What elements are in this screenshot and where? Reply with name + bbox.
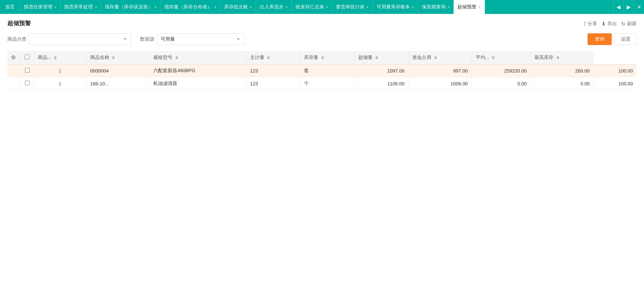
nav-tab-kucun-batch[interactable]: 库存批次账 × [220, 0, 256, 14]
close-tab-icon[interactable]: × [285, 5, 288, 9]
cell-stock: 1097.00 [354, 64, 408, 77]
cell-code: 186-10... [86, 77, 150, 90]
th-avg[interactable]: 平均... [472, 51, 531, 64]
cell-num: 2 [34, 77, 86, 90]
cell-name: 机油滤清器 [150, 77, 246, 90]
nav-prev-arrow[interactable]: ◀ [613, 0, 623, 14]
row-settings-cell [7, 64, 21, 77]
settings-button[interactable]: 设置 [615, 33, 637, 45]
th-gear[interactable]: ⚙ [7, 51, 21, 64]
th-overstock[interactable]: 超储量 [354, 51, 408, 64]
page-title: 超储预警 [7, 20, 31, 27]
sort-icon [434, 56, 437, 59]
cell-overstock: 1006.00 [408, 77, 472, 90]
datasource-filter: 数据源 可用量 ▼ [140, 33, 245, 45]
data-table: ⚙ 商品... 商品名称 规格型号 主计量 [7, 51, 637, 90]
refresh-icon: ↻ [621, 21, 626, 27]
cell-unit: 个 [300, 77, 354, 90]
category-select[interactable]: ▼ [29, 33, 131, 45]
th-unit[interactable]: 主计量 [246, 51, 300, 64]
cell-avg: 260.00 [531, 64, 594, 77]
nav-tab-baozhiqi[interactable]: 保质期查询 × [418, 0, 454, 14]
row-checkbox[interactable] [25, 68, 30, 73]
page-content: 超储预警 ⤴ 分享 ⬇ 导出 ↻ 刷新 商品分类 ▼ 数据源 [0, 14, 644, 96]
nav-arrows: ◀ ▶ ✕ [613, 0, 644, 14]
nav-tab-jianhuo-yichang[interactable]: 拣货异常处理 × [61, 0, 101, 14]
export-button[interactable]: ⬇ 导出 [601, 21, 617, 27]
refresh-button[interactable]: ↻ 刷新 [621, 21, 637, 27]
close-tab-active-icon[interactable]: × [478, 5, 480, 9]
sort-icon [267, 56, 270, 59]
row-settings-cell [7, 77, 21, 90]
export-icon: ⬇ [601, 21, 606, 27]
nav-tab-jianhuo-renwu[interactable]: 拣货任务管理 × [20, 0, 61, 14]
table-row: 2 186-10... 机油滤清器 123 个 1106.00 1006.00 … [7, 77, 637, 90]
query-button[interactable]: 查询 [588, 33, 612, 45]
gear-icon[interactable]: ⚙ [11, 54, 16, 60]
cell-overstock: 997.00 [408, 64, 472, 77]
cell-num: 1 [34, 64, 86, 77]
th-maxstock[interactable]: 最高库存 [531, 51, 594, 64]
cell-name: 六配套新昌490BPG [150, 64, 246, 77]
nav-tab-shoufa-summary[interactable]: 收发存汇总表 × [292, 0, 332, 14]
cell-maxstock: 100.00 [594, 77, 637, 90]
th-spec[interactable]: 规格型号 [150, 51, 246, 64]
th-checkbox [21, 51, 34, 64]
sort-icon [112, 56, 115, 59]
nav-next-arrow[interactable]: ▶ [623, 0, 634, 14]
nav-tab-inout-flow[interactable]: 出入库流水 × [256, 0, 292, 14]
page-header: 超储预警 ⤴ 分享 ⬇ 导出 ↻ 刷新 [7, 20, 637, 27]
th-code[interactable]: 商品... [34, 51, 86, 64]
cell-stock: 1106.00 [354, 77, 408, 90]
sort-icon [375, 56, 378, 59]
row-checkbox[interactable] [25, 81, 30, 85]
nav-tab-chaochuyujing[interactable]: 超储预警 × [454, 0, 484, 14]
th-stock[interactable]: 库存量 [300, 51, 354, 64]
table-row: 1 0000004 六配套新昌490BPG 123 套 1097.00 997.… [7, 64, 637, 77]
close-tab-icon[interactable]: × [366, 5, 369, 9]
nav-close-all[interactable]: ✕ [634, 0, 644, 14]
close-tab-icon[interactable]: × [447, 5, 450, 9]
datasource-select-value: 可用量 [161, 36, 175, 42]
datasource-label: 数据源 [140, 36, 154, 42]
th-name[interactable]: 商品名称 [86, 51, 150, 64]
close-tab-icon[interactable]: × [326, 5, 328, 9]
cell-spec: 123 [246, 64, 300, 77]
filter-actions: 查询 设置 [588, 33, 637, 45]
cell-spec: 123 [246, 77, 300, 90]
datasource-select[interactable]: 可用量 ▼ [157, 33, 245, 45]
close-tab-icon[interactable]: × [250, 5, 252, 9]
th-capital[interactable]: 资金占用 [408, 51, 472, 64]
nav-home[interactable]: 首页 [0, 0, 20, 14]
share-icon: ⤴ [583, 21, 586, 27]
sort-icon [492, 56, 495, 59]
select-all-checkbox[interactable] [25, 55, 29, 59]
sort-icon [321, 56, 324, 59]
nav-tab-keyongliang[interactable]: 可用量库存账本 × [373, 0, 418, 14]
chevron-down-icon: ▼ [236, 37, 241, 42]
sort-icon [54, 56, 57, 59]
close-tab-icon[interactable]: × [54, 5, 56, 9]
close-tab-icon[interactable]: × [214, 5, 216, 9]
chevron-down-icon: ▼ [123, 37, 127, 42]
nav-tab-xiancunliang-status[interactable]: 现存量（库存状况表） × [101, 0, 161, 14]
close-tab-icon[interactable]: × [154, 5, 157, 9]
cell-unit: 套 [300, 64, 354, 77]
filter-row: 商品分类 ▼ 数据源 可用量 ▼ 查询 设置 [7, 33, 637, 45]
category-filter: 商品分类 ▼ [7, 33, 131, 45]
nav-tab-xiancunliang-dist[interactable]: 现存量（库存分布表） × [161, 0, 220, 14]
cell-code: 0000004 [86, 64, 150, 77]
cell-capital: 0.00 [472, 77, 531, 90]
close-tab-icon[interactable]: × [95, 5, 97, 9]
top-navigation: 首页 拣货任务管理 × 拣货异常处理 × 现存量（库存状况表） × 现存量（库存… [0, 0, 644, 14]
header-actions: ⤴ 分享 ⬇ 导出 ↻ 刷新 [583, 21, 637, 27]
nav-tab-yaohuo-stats[interactable]: 要货单统计表 × [332, 0, 373, 14]
sort-icon [556, 56, 559, 59]
close-tab-icon[interactable]: × [412, 5, 414, 9]
sort-icon [175, 56, 178, 59]
category-label: 商品分类 [7, 36, 26, 42]
share-button[interactable]: ⤴ 分享 [583, 21, 597, 27]
cell-avg: 0.00 [531, 77, 594, 90]
table-header: ⚙ 商品... 商品名称 规格型号 主计量 [7, 51, 637, 64]
cell-maxstock: 100.00 [594, 64, 637, 77]
